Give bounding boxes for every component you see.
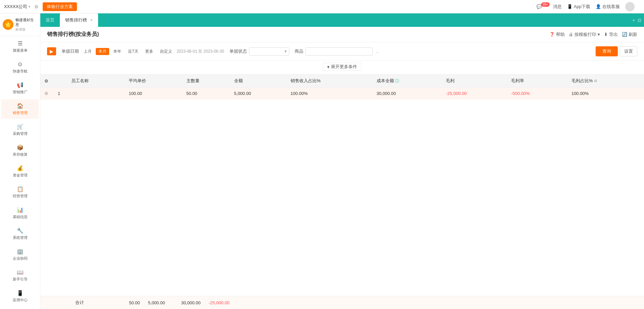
- tab-close-all-icon[interactable]: ×: [632, 18, 635, 23]
- message-label: 消息: [553, 4, 562, 10]
- sidebar-label-enterprise: 企业协同: [13, 256, 28, 261]
- tab-home[interactable]: 首页: [40, 13, 60, 27]
- footer-amount: 5,000.00: [144, 300, 169, 305]
- company-arrow-icon: ▾: [29, 5, 30, 8]
- row-sales-pct: 100.00%: [287, 88, 373, 100]
- basic-icon: 📊: [17, 207, 24, 213]
- online-service-button[interactable]: 👤 在线客服: [596, 4, 620, 10]
- filter-status: 单据状态: [229, 47, 289, 56]
- sidebar-item-shortcut[interactable]: ⊙ 快捷导航: [1, 58, 39, 77]
- date-curr-month[interactable]: 本月: [96, 48, 109, 55]
- sidebar-label-operation: 经营管理: [13, 194, 28, 199]
- message-button[interactable]: 💬 99+ 消息: [536, 4, 562, 10]
- sidebar-item-marketing[interactable]: 📢 营销推广: [1, 79, 39, 98]
- col-cost: 成本全额 ⓘ: [373, 74, 442, 88]
- date-custom[interactable]: 自定义: [157, 48, 175, 55]
- help-button[interactable]: ❓ 帮助: [549, 32, 565, 38]
- table-settings-button[interactable]: 设置: [620, 46, 637, 56]
- tab-maximize-icon[interactable]: ⊡: [638, 18, 641, 23]
- refresh-button[interactable]: 🔄 刷新: [622, 32, 637, 38]
- search-menu-icon: ☰: [18, 40, 23, 47]
- date-range: 2023-06-01 至 2023-06-30: [177, 49, 224, 54]
- sidebar-item-finance[interactable]: 💰 资金管理: [1, 162, 39, 181]
- sidebar-item-inventory[interactable]: 📦 库存核算: [1, 141, 39, 160]
- date-week[interactable]: 近7天: [125, 48, 141, 55]
- print-arrow-icon: ▾: [598, 32, 600, 37]
- message-badge: 99+: [541, 2, 550, 7]
- sidebar-label-search: 搜索菜单: [13, 48, 28, 53]
- tab-home-label: 首页: [46, 17, 54, 23]
- status-select[interactable]: [249, 47, 289, 56]
- col-rank: [54, 74, 67, 88]
- footer-cost: 30,000.00: [177, 300, 205, 305]
- template-print-button[interactable]: 🖨 按模板打印 ▾: [569, 32, 600, 38]
- row-qty: 50.00: [182, 88, 230, 100]
- row-gross-pct: 100.00%: [567, 88, 644, 100]
- query-button[interactable]: 查询: [596, 46, 618, 56]
- operation-icon: 📋: [17, 186, 24, 192]
- marketing-icon: 📢: [17, 82, 24, 88]
- logo-text: 畅捷通好生意: [15, 17, 37, 27]
- sidebar-label-shortcut: 快捷导航: [13, 69, 28, 74]
- filter-row: ▶ 单据日期 上月 本月 本年 近7天 更多 自定义 2023-06-01 至 …: [47, 46, 637, 56]
- company-selector[interactable]: XXXXX公司 ▾: [4, 4, 30, 10]
- sidebar-item-guide[interactable]: 📖 新手引导: [1, 266, 39, 285]
- sidebar-label-guide: 新手引导: [13, 277, 28, 282]
- expand-row: ▾ 展开更多条件: [40, 61, 644, 74]
- tab-close-icon[interactable]: ×: [90, 18, 93, 22]
- col-avg-price: 平均单价: [125, 74, 182, 88]
- goods-input[interactable]: [305, 47, 373, 56]
- page-header: 销售排行榜(按业务员) ❓ 帮助 🖨 按模板打印 ▾ ⬇ 导出: [40, 27, 644, 42]
- sidebar-item-operation[interactable]: 📋 经营管理: [1, 183, 39, 202]
- main-layout: 🌟 畅捷通好生意 标准版 ☰ 搜索菜单 ⊙ 快捷导航 📢 营销推广 🏠 销售管理…: [0, 13, 644, 309]
- download-icon: 📱: [567, 4, 572, 9]
- sidebar-item-wechat[interactable]: 💬 企业微信: [1, 307, 39, 309]
- more-dots[interactable]: ...: [376, 49, 379, 54]
- date-prev-month[interactable]: 上月: [81, 48, 94, 55]
- col-settings: ⚙: [40, 74, 54, 88]
- col-employee: 员工名称: [67, 74, 125, 88]
- footer-qty: 50.00: [125, 300, 144, 305]
- system-icon: 🔧: [17, 227, 24, 234]
- filter-date: 单据日期 上月 本月 本年 近7天 更多 自定义 2023-06-01 至 20…: [61, 48, 224, 55]
- filter-expand-arrow[interactable]: ▶: [47, 47, 56, 55]
- tab-bar: 首页 销售排行榜 × × ⊡: [40, 13, 644, 27]
- settings-icon[interactable]: ⚙: [33, 3, 40, 11]
- status-select-wrapper[interactable]: [249, 47, 289, 56]
- template-print-label: 按模板打印: [574, 32, 596, 38]
- guide-icon: 📖: [17, 269, 24, 275]
- refresh-icon: 🔄: [622, 32, 627, 37]
- help-label: 帮助: [556, 32, 565, 38]
- avatar[interactable]: [625, 2, 635, 11]
- sidebar-label-system: 系统管理: [13, 235, 28, 240]
- date-more[interactable]: 更多: [142, 48, 156, 55]
- sidebar-item-enterprise[interactable]: 🏢 企业协同: [1, 245, 39, 264]
- row-gross: -25,000.00: [442, 88, 507, 100]
- logo-sub: 标准版: [15, 27, 37, 32]
- top-bar-right: 💬 99+ 消息 📱 App下载 👤 在线客服: [536, 2, 640, 11]
- inner-content: 销售排行榜(按业务员) ❓ 帮助 🖨 按模板打印 ▾ ⬇ 导出: [40, 27, 644, 309]
- sidebar-item-appcenter[interactable]: 📱 应用中心: [1, 287, 39, 306]
- date-options: 上月 本月 本年 近7天 更多 自定义: [81, 48, 175, 55]
- sidebar-item-basic[interactable]: 📊 基础信息: [1, 203, 39, 223]
- sidebar-label-finance: 资金管理: [13, 173, 28, 178]
- row-amount: 5,000.00: [230, 88, 287, 100]
- footer-label: 合计: [71, 300, 98, 306]
- sidebar-item-system[interactable]: 🔧 系统管理: [1, 224, 39, 244]
- row-settings: ⚙: [40, 88, 54, 100]
- trial-button[interactable]: 体验行业方案: [43, 2, 77, 11]
- sidebar-item-purchase[interactable]: 🛒 采购管理: [1, 120, 39, 140]
- col-gross: 毛利: [442, 74, 507, 88]
- date-year[interactable]: 本年: [111, 48, 124, 55]
- purchase-icon: 🛒: [17, 123, 24, 130]
- app-download-button[interactable]: 📱 App下载: [567, 4, 590, 10]
- expand-more-btn[interactable]: ▾ 展开更多条件: [323, 63, 361, 71]
- expand-more-label: 展开更多条件: [331, 64, 357, 70]
- export-button[interactable]: ⬇ 导出: [604, 32, 618, 38]
- sidebar-item-sales[interactable]: 🏠 销售管理: [1, 99, 39, 119]
- export-icon: ⬇: [604, 32, 608, 37]
- sidebar-item-search[interactable]: ☰ 搜索菜单: [1, 37, 39, 56]
- tab-sales-ranking[interactable]: 销售排行榜 ×: [60, 13, 98, 27]
- sidebar-label-sales: 销售管理: [13, 110, 28, 115]
- page-actions: ❓ 帮助 🖨 按模板打印 ▾ ⬇ 导出 🔄 刷新: [549, 32, 637, 38]
